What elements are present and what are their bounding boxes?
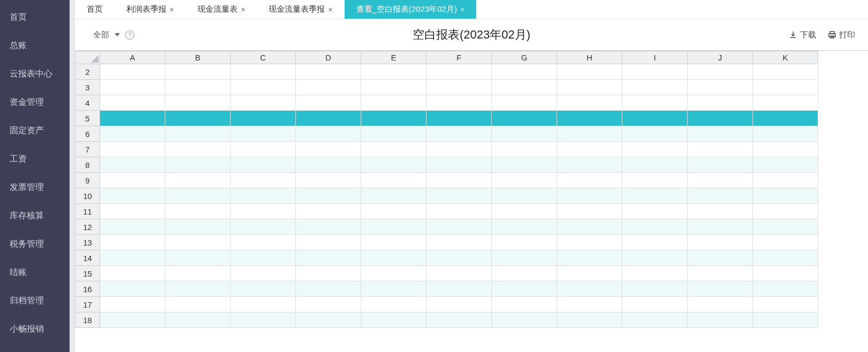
cell[interactable] <box>753 266 818 281</box>
select-all-corner[interactable] <box>75 51 100 64</box>
cell[interactable] <box>427 111 492 126</box>
cell[interactable] <box>688 250 753 266</box>
cell[interactable] <box>361 188 427 204</box>
sidebar-item-ledger[interactable]: 总账 <box>0 32 70 60</box>
cell[interactable] <box>753 142 818 157</box>
help-icon[interactable]: ? <box>125 30 134 40</box>
column-header[interactable]: E <box>361 51 427 64</box>
row-header[interactable]: 14 <box>75 250 100 266</box>
cell[interactable] <box>231 111 296 126</box>
cell[interactable] <box>492 111 557 126</box>
cell[interactable] <box>622 250 688 266</box>
cell[interactable] <box>622 80 688 95</box>
row-header[interactable]: 15 <box>75 266 100 281</box>
cell[interactable] <box>557 126 622 142</box>
cell[interactable] <box>296 80 361 95</box>
cell[interactable] <box>427 281 492 297</box>
cell[interactable] <box>296 111 361 126</box>
cell[interactable] <box>361 157 427 173</box>
cell[interactable] <box>100 312 165 328</box>
cell[interactable] <box>688 219 753 235</box>
cell[interactable] <box>165 126 231 142</box>
cell[interactable] <box>557 281 622 297</box>
cell[interactable] <box>753 297 818 312</box>
cell[interactable] <box>492 95 557 111</box>
cell[interactable] <box>427 219 492 235</box>
cell[interactable] <box>361 95 427 111</box>
cell[interactable] <box>688 111 753 126</box>
cell[interactable] <box>165 235 231 250</box>
cell[interactable] <box>100 126 165 142</box>
cell[interactable] <box>296 142 361 157</box>
cell[interactable] <box>427 64 492 80</box>
cell[interactable] <box>427 188 492 204</box>
cell[interactable] <box>231 95 296 111</box>
cell[interactable] <box>427 80 492 95</box>
row-header[interactable]: 16 <box>75 281 100 297</box>
cell[interactable] <box>100 64 165 80</box>
cell[interactable] <box>165 95 231 111</box>
cell[interactable] <box>622 204 688 219</box>
cell[interactable] <box>688 235 753 250</box>
cell[interactable] <box>165 64 231 80</box>
cell[interactable] <box>753 281 818 297</box>
cell[interactable] <box>296 173 361 188</box>
cell[interactable] <box>100 281 165 297</box>
cell[interactable] <box>100 157 165 173</box>
cell[interactable] <box>361 64 427 80</box>
row-header[interactable]: 17 <box>75 297 100 312</box>
cell[interactable] <box>622 157 688 173</box>
column-header[interactable]: H <box>557 51 622 64</box>
cell[interactable] <box>361 204 427 219</box>
cell[interactable] <box>231 80 296 95</box>
row-header[interactable]: 11 <box>75 204 100 219</box>
cell[interactable] <box>100 80 165 95</box>
cell[interactable] <box>361 111 427 126</box>
tab-cashflow[interactable]: 现金流量表 × <box>186 0 257 19</box>
cell[interactable] <box>231 204 296 219</box>
cell[interactable] <box>492 173 557 188</box>
sidebar-item-tax-mgmt[interactable]: 税务管理 <box>0 230 70 258</box>
cell[interactable] <box>427 204 492 219</box>
cell[interactable] <box>100 111 165 126</box>
cell[interactable] <box>100 95 165 111</box>
tab-view-blank-report[interactable]: 查看_空白报表(2023年02月) × <box>345 0 477 19</box>
sidebar-item-fixed-assets[interactable]: 固定资产 <box>0 117 70 145</box>
cell[interactable] <box>165 157 231 173</box>
cell[interactable] <box>622 297 688 312</box>
cell[interactable] <box>688 188 753 204</box>
cell[interactable] <box>427 266 492 281</box>
cell[interactable] <box>296 235 361 250</box>
cell[interactable] <box>688 173 753 188</box>
cell[interactable] <box>231 281 296 297</box>
tab-profit-quarterly[interactable]: 利润表季报 × <box>115 0 186 19</box>
cell[interactable] <box>427 142 492 157</box>
row-header[interactable]: 7 <box>75 142 100 157</box>
cell[interactable] <box>753 173 818 188</box>
row-header[interactable]: 4 <box>75 95 100 111</box>
cell[interactable] <box>492 157 557 173</box>
cell[interactable] <box>165 297 231 312</box>
cell[interactable] <box>557 297 622 312</box>
cell[interactable] <box>165 142 231 157</box>
cell[interactable] <box>165 266 231 281</box>
cell[interactable] <box>165 188 231 204</box>
sidebar-item-home[interactable]: 首页 <box>0 3 70 32</box>
cell[interactable] <box>688 312 753 328</box>
row-header[interactable]: 3 <box>75 80 100 95</box>
cell[interactable] <box>231 173 296 188</box>
sidebar-item-archive-mgmt[interactable]: 归档管理 <box>0 287 70 315</box>
column-header[interactable]: G <box>492 51 557 64</box>
cell[interactable] <box>231 157 296 173</box>
cell[interactable] <box>557 219 622 235</box>
cell[interactable] <box>361 235 427 250</box>
cell[interactable] <box>622 235 688 250</box>
cell[interactable] <box>557 235 622 250</box>
cell[interactable] <box>361 297 427 312</box>
cell[interactable] <box>622 219 688 235</box>
cell[interactable] <box>753 312 818 328</box>
cell[interactable] <box>165 250 231 266</box>
cell[interactable] <box>492 204 557 219</box>
column-header[interactable]: J <box>688 51 753 64</box>
cell[interactable] <box>427 173 492 188</box>
